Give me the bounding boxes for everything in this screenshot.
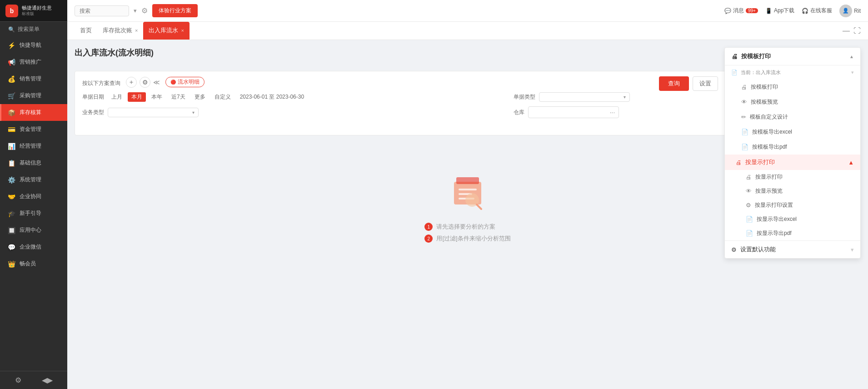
user-name: Rit	[854, 8, 861, 14]
panel-current-label[interactable]: 📄 当前：出入库流水 ▾	[725, 65, 860, 80]
headset-icon: 🎧	[802, 8, 808, 14]
tab-minimize-btn[interactable]: —	[843, 27, 850, 35]
filter-tag[interactable]: 🔴 流水明细	[165, 77, 205, 87]
sidebar-item-label: 系统管理	[20, 176, 41, 184]
panel-sub-header-left: 🖨 按显示打印	[736, 158, 775, 166]
app-download-btn[interactable]: 📱 App下载	[765, 7, 794, 15]
panel-template-preview-label: 按模板预览	[751, 98, 778, 106]
filter-collapse-btn[interactable]: ≪	[153, 79, 160, 86]
panel-template-export-pdf-item[interactable]: 📄 按模板导出pdf	[725, 140, 860, 155]
sidebar-item-operations[interactable]: 📊 经营管理	[0, 138, 67, 155]
panel-default-function[interactable]: ⚙ 设置默认功能 ▾	[725, 240, 860, 258]
panel-template-print-header[interactable]: 🖨 按模板打印 ▲	[725, 48, 860, 65]
panel-print-icon: 🖨	[741, 84, 747, 90]
panel-display-print-item[interactable]: 🖨 按显示打印	[725, 170, 860, 184]
sidebar-item-marketing[interactable]: 📢 营销推广	[0, 54, 67, 70]
panel-display-print-label: 按显示打印	[755, 173, 783, 181]
page-title: 出入库流水(流水明细)	[75, 47, 154, 58]
panel-template-custom-item[interactable]: ✏ 模板自定义设计	[725, 110, 860, 125]
settings-button[interactable]: 设置	[693, 76, 718, 91]
settings-footer-icon[interactable]: ⚙	[15, 376, 21, 384]
app-edition: 标准版	[22, 11, 52, 17]
tab-flowdetail[interactable]: 出入库流水 ×	[143, 22, 189, 40]
panel-template-export-excel-item[interactable]: 📄 按模板导出excel	[725, 125, 860, 140]
date-opt-custom[interactable]: 自定义	[211, 92, 234, 102]
sidebar-item-enterprise[interactable]: 🤝 企业协同	[0, 188, 67, 205]
sidebar-search[interactable]: 🔍 搜索菜单	[0, 22, 67, 37]
query-button[interactable]: 查询	[659, 76, 689, 91]
marketing-icon: 📢	[7, 59, 16, 66]
panel-template-print-label: 按模板打印	[751, 83, 778, 91]
sidebar-item-label: 快捷导航	[20, 41, 41, 49]
topbar-gear-icon[interactable]: ⚙	[141, 6, 148, 15]
warehouse-more-icon[interactable]: ···	[610, 109, 615, 116]
app-logo-icon: b	[5, 5, 18, 17]
topbar-dropdown-icon[interactable]: ▾	[134, 7, 137, 14]
tab-maximize-btn[interactable]: ⛶	[853, 27, 861, 35]
doc-type-select[interactable]: ▾	[539, 92, 630, 102]
trial-button[interactable]: 体验行业方案	[152, 4, 198, 17]
basic-icon: 📋	[7, 160, 16, 167]
sidebar-item-vip[interactable]: 👑 畅会员	[0, 255, 67, 272]
date-options: 上月 本月 本年 近7天 更多 自定义	[108, 92, 234, 102]
sidebar-item-basic[interactable]: 📋 基础信息	[0, 155, 67, 171]
date-opt-last7days[interactable]: 近7天	[168, 92, 189, 102]
avatar: 👤	[839, 5, 852, 17]
add-filter-btn[interactable]: ＋	[126, 77, 137, 88]
warehouse-select[interactable]: ···	[528, 106, 619, 118]
panel-display-print-header[interactable]: 🖨 按显示打印 ▲	[725, 155, 860, 170]
sidebar-item-purchase[interactable]: 🛒 采购管理	[0, 87, 67, 104]
collapse-sidebar-icon[interactable]: ◀▶	[42, 376, 53, 384]
date-opt-last-month[interactable]: 上月	[108, 92, 126, 102]
sidebar-item-system[interactable]: ⚙️ 系统管理	[0, 171, 67, 188]
step-1-num: 1	[424, 223, 433, 231]
panel-display-print-settings-item[interactable]: ⚙ 按显示打印设置	[725, 198, 860, 212]
date-opt-current-year[interactable]: 本年	[148, 92, 166, 102]
filter-settings-btn[interactable]: ⚙	[140, 77, 150, 88]
business-type-select[interactable]: ▾	[108, 108, 199, 117]
doc-type-arrow: ▾	[624, 95, 626, 100]
finance-icon: 💳	[7, 126, 16, 133]
panel-pdf-icon: 📄	[741, 144, 748, 150]
panel-display-export-pdf-label: 按显示导出pdf	[757, 229, 792, 237]
tabbar-actions: — ⛶	[843, 27, 861, 35]
sidebar: b 畅捷通好生意 标准版 🔍 搜索菜单 ⚡ 快捷导航 📢 营销推广 💰 销售管理…	[0, 0, 67, 389]
online-service-btn[interactable]: 🎧 在线客服	[802, 7, 832, 15]
tab-flowdetail-close[interactable]: ×	[181, 28, 184, 33]
appcenter-icon: 🔲	[7, 227, 16, 234]
user-profile-btn[interactable]: 👤 Rit	[839, 5, 861, 17]
sidebar-item-quick-nav[interactable]: ⚡ 快捷导航	[0, 37, 67, 54]
panel-display-preview-icon: 👁	[746, 188, 752, 194]
sidebar-nav: ⚡ 快捷导航 📢 营销推广 💰 销售管理 🛒 采购管理 📦 库存核算 💳 资金管…	[0, 37, 67, 371]
message-btn[interactable]: 💬 消息 99+	[724, 7, 758, 15]
svg-line-6	[477, 204, 481, 209]
sidebar-item-finance[interactable]: 💳 资金管理	[0, 121, 67, 138]
panel-template-preview-item[interactable]: 👁 按模板预览	[725, 95, 860, 110]
message-label: 消息	[733, 7, 744, 15]
panel-display-export-excel-item[interactable]: 📄 按显示导出excel	[725, 212, 860, 226]
sidebar-footer: ⚙ ◀▶	[0, 371, 67, 389]
tab-home[interactable]: 首页	[75, 22, 97, 40]
sidebar-item-inventory[interactable]: 📦 库存核算	[0, 104, 67, 121]
panel-display-preview-item[interactable]: 👁 按显示预览	[725, 184, 860, 198]
sidebar-item-wechat[interactable]: 💬 企业微信	[0, 239, 67, 255]
svg-rect-2	[459, 189, 477, 190]
operations-icon: 📊	[7, 143, 16, 150]
sales-icon: 💰	[7, 75, 16, 83]
app-name-area: 畅捷通好生意 标准版	[22, 5, 52, 17]
wechat-icon: 💬	[7, 244, 16, 251]
sidebar-item-appcenter[interactable]: 🔲 应用中心	[0, 222, 67, 239]
panel-display-settings-icon: ⚙	[746, 202, 751, 209]
sidebar-item-sales[interactable]: 💰 销售管理	[0, 70, 67, 87]
sidebar-item-guide[interactable]: 🎓 新手引导	[0, 205, 67, 222]
tab-batch[interactable]: 库存批次账 ×	[97, 22, 143, 40]
date-opt-more[interactable]: 更多	[191, 92, 209, 102]
panel-display-export-pdf-item[interactable]: 📄 按显示导出pdf	[725, 226, 860, 240]
step-1-text: 请先选择要分析的方案	[436, 223, 495, 231]
date-opt-current-month[interactable]: 本月	[128, 92, 146, 102]
topbar-right: 💬 消息 99+ 📱 App下载 🎧 在线客服 👤 Rit	[724, 5, 861, 17]
panel-template-print-item[interactable]: 🖨 按模板打印	[725, 80, 860, 95]
vip-icon: 👑	[7, 260, 16, 268]
topbar-search-input[interactable]	[75, 5, 129, 16]
tab-batch-close[interactable]: ×	[135, 28, 138, 33]
